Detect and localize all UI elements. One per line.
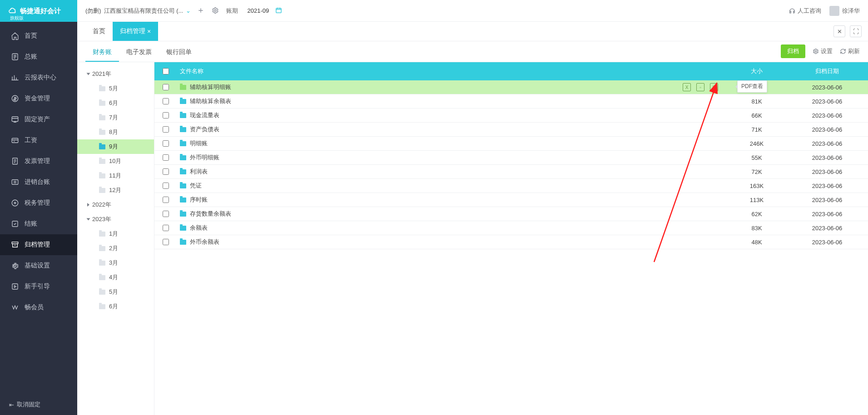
consult-link[interactable]: 人工咨询	[789, 7, 821, 15]
sidebar-item-1[interactable]: 总账	[0, 46, 77, 67]
table-row[interactable]: 辅助核算明细账X▫⧉PDF查看16K2023-06-06	[154, 80, 868, 94]
table-row[interactable]: 辅助核算余额表81K2023-06-06	[154, 94, 868, 109]
tab-0[interactable]: 首页	[85, 22, 113, 41]
fullscreen-button[interactable]: ⛶	[850, 25, 862, 37]
tree-month-0-3[interactable]: 8月	[77, 125, 154, 139]
file-name: 辅助核算余额表	[190, 97, 231, 105]
table-row[interactable]: 余额表83K2023-06-06	[154, 221, 868, 235]
sidebar-item-5[interactable]: 工资	[0, 130, 77, 151]
file-size: 55K	[727, 154, 786, 161]
sidebar-item-6[interactable]: 发票管理	[0, 151, 77, 172]
subtab-1[interactable]: 电子发票	[119, 44, 159, 62]
tree-month-0-7[interactable]: 12月	[77, 183, 154, 198]
tree-month-0-1[interactable]: 6月	[77, 96, 154, 110]
sidebar-item-label: 固定资产	[25, 115, 50, 124]
tree-month-2-0[interactable]: 1月	[77, 227, 154, 241]
folder-icon	[180, 198, 186, 203]
close-tab-button[interactable]: ✕	[833, 25, 845, 37]
subtab-0[interactable]: 财务账	[85, 44, 119, 62]
archive-date: 2023-06-06	[786, 225, 868, 232]
tree-year-0[interactable]: 2021年	[77, 67, 154, 81]
add-icon[interactable]	[197, 7, 205, 15]
user-menu[interactable]: 徐泽华	[829, 6, 860, 16]
refresh-button[interactable]: 刷新	[840, 47, 860, 55]
tree-month-2-4[interactable]: 5月	[77, 285, 154, 299]
tree-month-2-1[interactable]: 2月	[77, 241, 154, 256]
sidebar-item-2[interactable]: 云报表中心	[0, 67, 77, 88]
row-checkbox[interactable]	[163, 239, 169, 245]
row-checkbox[interactable]	[163, 211, 169, 217]
archive-button[interactable]: 归档	[781, 44, 805, 58]
row-checkbox[interactable]	[163, 98, 169, 104]
sidebar-item-3[interactable]: 资金管理	[0, 88, 77, 109]
company-name: 江西服宝精品有限责任公司 (...	[104, 7, 184, 15]
select-all-checkbox[interactable]	[163, 68, 169, 74]
folder-icon	[180, 141, 186, 146]
cloud-icon	[8, 6, 17, 15]
table-row[interactable]: 外币余额表48K2023-06-06	[154, 235, 868, 249]
file-name: 现金流量表	[190, 111, 219, 119]
tree-month-0-0[interactable]: 5月	[77, 81, 154, 96]
table-row[interactable]: 明细账246K2023-06-06	[154, 137, 868, 151]
row-checkbox[interactable]	[163, 197, 169, 203]
company-selector[interactable]: (勿删) 江西服宝精品有限责任公司 (... ⌄	[85, 7, 191, 15]
table-row[interactable]: 外币明细账55K2023-06-06	[154, 151, 868, 165]
sidebar-item-9[interactable]: 结账	[0, 213, 77, 234]
archive-date: 2023-06-06	[786, 140, 868, 147]
tree-month-2-2[interactable]: 3月	[77, 256, 154, 270]
sidebar-unpin[interactable]: ⇤ 取消固定	[0, 394, 77, 415]
tree-month-0-6[interactable]: 11月	[77, 168, 154, 183]
sidebar-item-7[interactable]: 进销台账	[0, 172, 77, 193]
sidebar-item-4[interactable]: 固定资产	[0, 109, 77, 130]
table-row[interactable]: 存货数量余额表62K2023-06-06	[154, 207, 868, 221]
period-value[interactable]: 2021-09	[247, 7, 269, 14]
settings-button[interactable]: 设置	[813, 47, 833, 55]
tree-month-2-5[interactable]: 6月	[77, 299, 154, 314]
tree-month-0-5[interactable]: 10月	[77, 154, 154, 168]
sidebar-item-8[interactable]: 税务管理	[0, 193, 77, 213]
row-checkbox[interactable]	[163, 183, 169, 189]
row-checkbox[interactable]	[163, 225, 169, 231]
row-checkbox[interactable]	[163, 126, 169, 133]
sidebar-item-11[interactable]: 基础设置	[0, 255, 77, 276]
export-excel-icon[interactable]: X	[683, 83, 691, 91]
sidebar-item-13[interactable]: 畅会员	[0, 297, 77, 318]
tree-month-0-2[interactable]: 7月	[77, 110, 154, 125]
row-checkbox[interactable]	[163, 168, 169, 175]
row-checkbox[interactable]	[163, 154, 169, 161]
archive-date: 2023-06-06	[786, 197, 868, 203]
sidebar-item-0[interactable]: 首页	[0, 25, 77, 46]
row-checkbox[interactable]	[163, 140, 169, 147]
tab-1[interactable]: 归档管理×	[113, 22, 158, 41]
calendar-icon[interactable]	[275, 7, 283, 15]
tree-year-2[interactable]: 2023年	[77, 212, 154, 227]
home-icon	[11, 32, 19, 40]
svg-rect-2	[12, 117, 18, 122]
subtab-2[interactable]: 银行回单	[159, 44, 199, 62]
table-row[interactable]: 凭证163K2023-06-06	[154, 179, 868, 193]
table-row[interactable]: 序时账113K2023-06-06	[154, 193, 868, 207]
row-checkbox[interactable]	[163, 112, 169, 119]
tree-month-0-4[interactable]: 9月	[77, 139, 154, 154]
sidebar-item-12[interactable]: 新手引导	[0, 276, 77, 297]
table-row[interactable]: 利润表72K2023-06-06	[154, 165, 868, 179]
export-pic-icon[interactable]: ▫	[696, 83, 704, 91]
svg-rect-12	[276, 8, 281, 13]
tree-year-1[interactable]: 2022年	[77, 198, 154, 212]
table-row[interactable]: 资产负债表71K2023-06-06	[154, 123, 868, 137]
table-row[interactable]: 现金流量表66K2023-06-06	[154, 109, 868, 123]
archive-date: 2023-06-06	[786, 98, 868, 105]
gear-icon[interactable]	[212, 7, 220, 15]
view-pdf-icon[interactable]: ⧉	[710, 83, 718, 91]
close-icon[interactable]: ×	[147, 28, 151, 35]
refresh-icon	[840, 48, 846, 54]
invoice-icon	[11, 157, 19, 165]
tree-month-2-3[interactable]: 4月	[77, 270, 154, 285]
ledger-icon	[11, 53, 19, 61]
row-checkbox[interactable]	[163, 84, 169, 90]
file-name: 辅助核算明细账	[190, 83, 231, 91]
sidebar-item-10[interactable]: 归档管理	[0, 234, 77, 255]
folder-icon	[180, 169, 186, 174]
folder-icon	[180, 226, 186, 231]
archive-date: 2023-06-06	[786, 239, 868, 246]
